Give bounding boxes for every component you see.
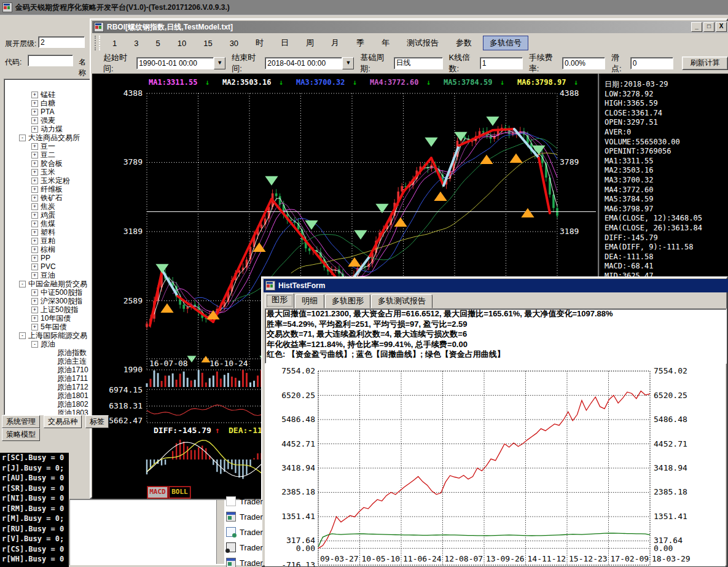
expand-icon[interactable]: + xyxy=(31,246,38,253)
param-input[interactable] xyxy=(562,57,605,69)
param-input[interactable] xyxy=(394,57,443,69)
tree-item-沪深300股指[interactable]: +沪深300股指 xyxy=(31,297,82,305)
tree-item-锰硅[interactable]: +锰硅 xyxy=(31,90,55,99)
tree-item-原油1711[interactable]: 原油1711 xyxy=(57,374,88,383)
tree-item-焦炭[interactable]: +焦炭 xyxy=(31,202,55,211)
trader-list-item[interactable]: Trader xyxy=(226,510,263,523)
collapse-icon[interactable]: - xyxy=(19,332,26,339)
tree-item-原油1802[interactable]: 原油1802 xyxy=(57,400,88,409)
tree-item-大连商品交易所[interactable]: -大连商品交易所 xyxy=(19,133,80,142)
expand-icon[interactable]: + xyxy=(31,272,38,279)
period-button-5[interactable]: 5 xyxy=(149,37,166,49)
tree-item-5年国债[interactable]: +5年国债 xyxy=(31,323,67,331)
expand-icon[interactable]: + xyxy=(31,307,38,313)
expand-icon[interactable]: + xyxy=(31,195,38,201)
expand-icon[interactable]: + xyxy=(31,126,38,133)
expand-icon[interactable]: + xyxy=(31,212,38,219)
tree-item-原油1712[interactable]: 原油1712 xyxy=(57,383,88,391)
period-button-日[interactable]: 日 xyxy=(275,36,295,50)
log-terminal[interactable]: r[SC].Busy = 0r[J].Busy = 0;r[AU].Busy =… xyxy=(0,453,69,567)
trader-list-item[interactable]: Trader xyxy=(226,541,263,553)
period-button-3[interactable]: 3 xyxy=(128,37,144,49)
tree-item-强麦[interactable]: +强麦 xyxy=(31,116,55,125)
trader-list-item[interactable]: Trader xyxy=(226,526,263,538)
tree-item-胶合板[interactable]: +胶合板 xyxy=(31,159,63,168)
hist-tab-多轨图形[interactable]: 多轨图形 xyxy=(325,294,370,308)
tree-item-PTA[interactable]: +PTA xyxy=(31,108,54,116)
param-input[interactable] xyxy=(480,57,523,69)
tree-item-焦煤[interactable]: +焦煤 xyxy=(31,219,55,228)
expand-icon[interactable]: + xyxy=(31,324,38,330)
minimize-button[interactable]: _ xyxy=(691,22,702,32)
period-button-年[interactable]: 年 xyxy=(375,36,396,50)
expand-icon[interactable]: + xyxy=(31,298,38,305)
expand-icon[interactable]: + xyxy=(31,100,38,107)
tree-item-原油1803[interactable]: 原油1803 xyxy=(57,409,88,415)
trader-list-item[interactable]: Trader xyxy=(226,557,263,567)
tree-item-玉米[interactable]: +玉米 xyxy=(31,168,55,176)
tree-item-动力煤[interactable]: +动力煤 xyxy=(31,125,63,133)
tree-item-原油主连[interactable]: 原油主连 xyxy=(57,357,87,366)
tree-item-原油[interactable]: -原油 xyxy=(31,340,55,348)
period-button-1[interactable]: 1 xyxy=(106,37,123,49)
expand-icon[interactable]: + xyxy=(31,221,38,227)
toolbar-drag-handle[interactable] xyxy=(95,36,100,50)
param-input[interactable] xyxy=(630,57,673,69)
tree-item-原油1801[interactable]: 原油1801 xyxy=(57,391,88,400)
left-tab-标签[interactable]: 标签 xyxy=(85,415,109,428)
tree-item-中证500股指[interactable]: +中证500股指 xyxy=(31,288,82,297)
rboi-titlebar[interactable]: RBOI[螺纹钢指数,日线,TestModel.txt] _□X xyxy=(92,21,728,33)
tree-item-铁矿石[interactable]: +铁矿石 xyxy=(31,194,63,202)
expand-icon[interactable]: + xyxy=(31,178,38,184)
main-titlebar[interactable]: 金码天锐期货程序化策略开发平台(V1.0)-(Test.20171206.V.0… xyxy=(0,0,728,15)
period-button-月[interactable]: 月 xyxy=(325,36,345,50)
expand-icon[interactable]: + xyxy=(31,264,38,270)
left-tab-系统管理[interactable]: 系统管理 xyxy=(2,415,40,428)
collapse-icon[interactable]: - xyxy=(31,341,38,348)
expand-icon[interactable]: + xyxy=(31,229,38,236)
period-button-测试报告[interactable]: 测试报告 xyxy=(401,36,445,50)
histtest-titlebar[interactable]: HistTestForm xyxy=(264,279,728,292)
expand-icon[interactable]: + xyxy=(31,315,38,322)
expand-level-input[interactable] xyxy=(38,36,85,48)
period-button-时[interactable]: 时 xyxy=(249,36,270,50)
trader-list-item[interactable]: Trader xyxy=(226,495,263,507)
hist-tab-图形[interactable]: 图形 xyxy=(265,293,294,308)
code-input[interactable] xyxy=(28,55,73,66)
tree-item-豆油[interactable]: +豆油 xyxy=(31,271,55,280)
tree-item-豆一[interactable]: +豆一 xyxy=(31,142,55,151)
expand-icon[interactable]: + xyxy=(31,152,38,158)
refresh-button[interactable]: 刷新计算 xyxy=(682,57,728,70)
tree-item-上证50股指[interactable]: +上证50股指 xyxy=(31,305,78,314)
macd-button[interactable]: MACD xyxy=(147,487,168,498)
tree-item-原油1710[interactable]: 原油1710 xyxy=(57,366,88,374)
tree-item-豆粕[interactable]: +豆粕 xyxy=(31,237,55,245)
tree-item-纤维板[interactable]: +纤维板 xyxy=(31,185,63,194)
period-button-周[interactable]: 周 xyxy=(300,36,320,50)
expand-icon[interactable]: + xyxy=(31,109,38,115)
expand-icon[interactable]: + xyxy=(31,203,38,210)
collapse-icon[interactable]: - xyxy=(19,135,26,141)
expand-icon[interactable]: + xyxy=(31,143,38,150)
collapse-icon[interactable]: - xyxy=(19,281,26,287)
expand-icon[interactable]: + xyxy=(31,238,38,244)
expand-icon[interactable]: + xyxy=(31,92,38,98)
chevron-down-icon[interactable]: ▼ xyxy=(214,57,225,69)
hist-tab-多轨测试报告[interactable]: 多轨测试报告 xyxy=(371,294,432,308)
period-button-参数[interactable]: 参数 xyxy=(450,36,478,50)
expand-icon[interactable]: + xyxy=(31,255,38,262)
period-button-季[interactable]: 季 xyxy=(350,36,370,50)
tree-item-豆二[interactable]: +豆二 xyxy=(31,151,55,159)
tree-item-玉米定粉[interactable]: +玉米定粉 xyxy=(31,176,70,185)
panel-divider[interactable] xyxy=(216,500,225,564)
period-button-30[interactable]: 30 xyxy=(224,37,245,49)
left-tab-交易品种[interactable]: 交易品种 xyxy=(44,415,82,428)
tree-item-白糖[interactable]: +白糖 xyxy=(31,99,55,108)
tree-item-上海国际能源交易[interactable]: -上海国际能源交易 xyxy=(19,331,87,340)
tree-item-中国金融期货交易[interactable]: -中国金融期货交易 xyxy=(19,280,87,288)
expand-icon[interactable]: + xyxy=(31,160,38,167)
chevron-down-icon[interactable]: ▼ xyxy=(342,57,354,69)
combo-input[interactable] xyxy=(136,57,214,69)
left-tab-策略模型[interactable]: 策略模型 xyxy=(2,428,40,441)
period-button-多轨信号[interactable]: 多轨信号 xyxy=(483,36,528,50)
